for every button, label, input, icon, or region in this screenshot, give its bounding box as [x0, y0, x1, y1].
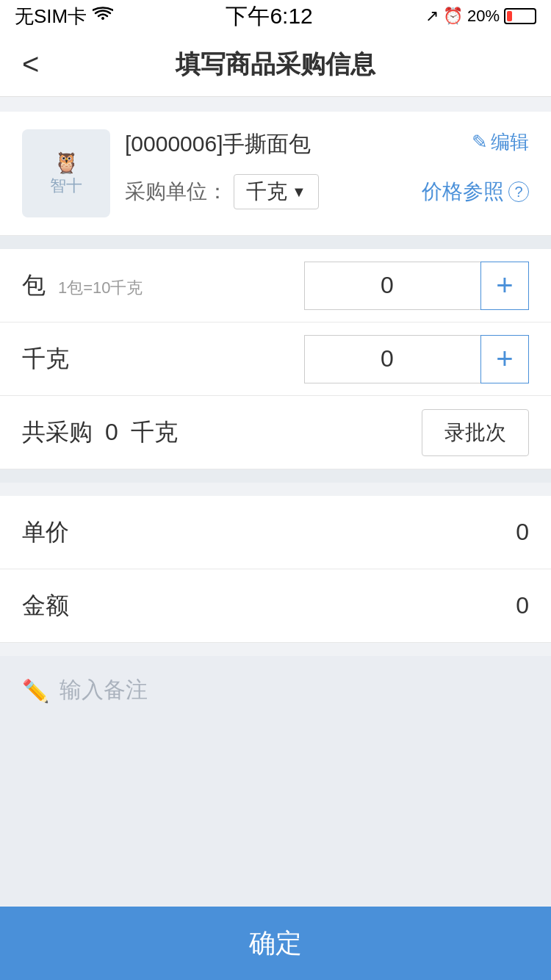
total-label: 共采购 — [22, 419, 93, 445]
product-unit-row: 采购单位： 千克 ▼ 价格参照 ? — [125, 174, 529, 209]
back-button[interactable]: < — [15, 40, 46, 88]
price-section: 单价 0 金额 0 — [0, 496, 551, 643]
product-info: [0000006]手撕面包 ✎ 编辑 采购单位： 千克 ▼ 价格参照 ? — [125, 129, 529, 209]
confirm-button[interactable]: 确定 — [0, 907, 551, 980]
location-icon: ↗ — [425, 7, 439, 26]
kg-input-row: 千克 + — [0, 323, 551, 396]
amount-label: 金额 — [22, 590, 69, 622]
pack-input-row: 包 1包=10千克 + — [0, 249, 551, 323]
product-card: 🦉 智十 [0000006]手撕面包 ✎ 编辑 采购单位： 千克 ▼ 价格参照 … — [0, 112, 551, 236]
batch-button[interactable]: 录批次 — [422, 409, 529, 456]
pack-plus-button[interactable]: + — [480, 262, 529, 310]
notes-placeholder: 输入备注 — [60, 675, 148, 705]
amount-row: 金额 0 — [0, 569, 551, 643]
product-thumb-text: 🦉 智十 — [50, 151, 82, 197]
unit-price-label: 单价 — [22, 516, 69, 549]
kg-quantity-input[interactable] — [304, 335, 480, 383]
dropdown-icon: ▼ — [292, 184, 306, 201]
unit-label: 采购单位： — [125, 178, 228, 206]
status-time: 下午6:12 — [226, 1, 312, 32]
total-row: 共采购 0 千克 录批次 — [0, 396, 551, 469]
unit-price-value: 0 — [516, 519, 529, 546]
carrier-text: 无SIM卡 — [15, 4, 87, 29]
battery-icon — [504, 8, 536, 24]
unit-price-row: 单价 0 — [0, 496, 551, 569]
section-divider-2 — [0, 469, 551, 483]
input-section: 包 1包=10千克 + 千克 + 共采购 0 千克 录批次 — [0, 249, 551, 469]
status-bar: 无SIM卡 下午6:12 ↗ ⏰ 20% — [0, 0, 551, 32]
status-carrier: 无SIM卡 — [15, 4, 113, 29]
info-icon: ? — [508, 181, 529, 202]
product-name: [0000006]手撕面包 — [125, 129, 311, 159]
notes-section[interactable]: ✏️ 输入备注 — [0, 656, 551, 906]
status-right-icons: ↗ ⏰ 20% — [425, 7, 536, 26]
total-unit: 千克 — [131, 419, 178, 445]
nav-bar: < 填写商品采购信息 — [0, 32, 551, 97]
section-divider-1 — [0, 236, 551, 249]
kg-plus-button[interactable]: + — [480, 335, 529, 383]
wifi-icon — [93, 5, 113, 28]
total-text: 共采购 0 千克 — [22, 417, 178, 449]
total-amount: 0 — [105, 419, 118, 445]
edit-label: 编辑 — [491, 129, 529, 155]
confirm-label: 确定 — [249, 926, 302, 962]
battery-percent: 20% — [467, 7, 500, 26]
unit-value: 千克 — [246, 178, 287, 206]
pencil-icon: ✏️ — [22, 678, 49, 704]
pack-quantity-input[interactable] — [304, 262, 480, 310]
edit-icon: ✎ — [472, 131, 488, 154]
price-ref-label: 价格参照 — [422, 178, 504, 206]
pack-input-wrap: + — [304, 262, 529, 310]
product-thumbnail: 🦉 智十 — [22, 129, 110, 217]
page-title: 填写商品采购信息 — [176, 48, 375, 82]
product-name-row: [0000006]手撕面包 ✎ 编辑 — [125, 129, 529, 159]
pack-sub-label: 1包=10千克 — [58, 278, 143, 297]
kg-input-wrap: + — [304, 335, 529, 383]
unit-select[interactable]: 千克 ▼ — [234, 174, 319, 209]
pack-label: 包 1包=10千克 — [22, 270, 304, 302]
amount-value: 0 — [516, 592, 529, 619]
alarm-icon: ⏰ — [443, 7, 463, 26]
price-reference-button[interactable]: 价格参照 ? — [422, 178, 529, 206]
edit-button[interactable]: ✎ 编辑 — [472, 129, 529, 155]
kg-label: 千克 — [22, 343, 304, 375]
